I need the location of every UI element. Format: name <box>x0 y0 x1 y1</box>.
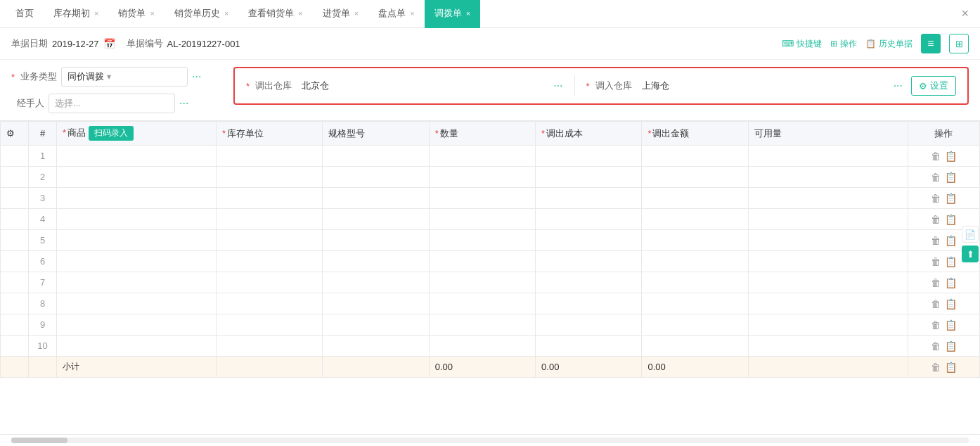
subtotal-delete-icon[interactable]: 🗑 <box>931 362 941 373</box>
row-cost-cell[interactable] <box>536 188 642 209</box>
biz-type-select[interactable]: 同价调拨 ▾ <box>61 67 188 87</box>
tab-close-stocktake[interactable]: × <box>410 9 414 18</box>
row-available-cell[interactable] <box>748 293 908 314</box>
tab-home[interactable]: 首页 <box>6 0 44 28</box>
row-cost-cell[interactable] <box>536 146 642 167</box>
row-amount-cell[interactable] <box>642 230 748 251</box>
row-qty-cell[interactable] <box>429 188 535 209</box>
tab-sales-history[interactable]: 销货单历史 × <box>165 0 238 28</box>
tab-inventory-init[interactable]: 库存期初 × <box>44 0 108 28</box>
settings-button[interactable]: ⚙ 设置 <box>911 76 956 96</box>
row-qty-cell[interactable] <box>429 251 535 272</box>
row-qty-cell[interactable] <box>429 314 535 336</box>
row-available-cell[interactable] <box>748 146 908 167</box>
row-spec-cell[interactable] <box>323 146 429 167</box>
row-unit-cell[interactable] <box>217 293 323 314</box>
delete-row-icon[interactable]: 🗑 <box>931 235 941 246</box>
row-product-cell[interactable] <box>57 230 217 251</box>
shortcuts-btn[interactable]: ⌨ 快捷键 <box>782 38 822 50</box>
delete-row-icon[interactable]: 🗑 <box>931 277 941 288</box>
row-qty-cell[interactable] <box>429 336 535 357</box>
row-product-cell[interactable] <box>57 251 217 272</box>
row-spec-cell[interactable] <box>323 293 429 314</box>
row-available-cell[interactable] <box>748 336 908 357</box>
row-product-cell[interactable] <box>57 272 217 293</box>
row-qty-cell[interactable] <box>429 272 535 293</box>
row-qty-cell[interactable] <box>429 293 535 314</box>
row-available-cell[interactable] <box>748 209 908 230</box>
row-spec-cell[interactable] <box>323 272 429 293</box>
delete-row-icon[interactable]: 🗑 <box>931 214 941 225</box>
tab-close-sales-order[interactable]: × <box>150 9 154 18</box>
sidebar-document-icon[interactable]: 📄 <box>962 226 979 243</box>
copy-row-icon[interactable]: 📋 <box>945 151 957 162</box>
handler-select[interactable]: 选择... <box>49 94 175 113</box>
row-available-cell[interactable] <box>748 314 908 336</box>
scrollbar-thumb[interactable] <box>11 438 67 443</box>
copy-row-icon[interactable]: 📋 <box>945 340 957 352</box>
row-product-cell[interactable] <box>57 146 217 167</box>
copy-row-icon[interactable]: 📋 <box>945 319 957 331</box>
tab-transfer[interactable]: 调拨单 × <box>425 0 480 28</box>
row-cost-cell[interactable] <box>536 230 642 251</box>
scan-entry-button[interactable]: 扫码录入 <box>89 126 134 141</box>
row-product-cell[interactable] <box>57 293 217 314</box>
row-qty-cell[interactable] <box>429 230 535 251</box>
subtotal-copy-icon[interactable]: 📋 <box>945 362 957 373</box>
row-available-cell[interactable] <box>748 230 908 251</box>
row-product-cell[interactable] <box>57 314 217 336</box>
copy-row-icon[interactable]: 📋 <box>945 193 957 204</box>
row-unit-cell[interactable] <box>217 209 323 230</box>
biz-type-more-btn[interactable]: ··· <box>192 70 201 83</box>
tab-stocktake[interactable]: 盘点单 × <box>368 0 424 28</box>
copy-row-icon[interactable]: 📋 <box>945 298 957 310</box>
tab-view-sales[interactable]: 查看销货单 × <box>238 0 312 28</box>
window-close-button[interactable]: × <box>955 6 974 21</box>
delete-row-icon[interactable]: 🗑 <box>931 298 941 310</box>
row-product-cell[interactable] <box>57 209 217 230</box>
row-cost-cell[interactable] <box>536 209 642 230</box>
row-spec-cell[interactable] <box>323 314 429 336</box>
row-cost-cell[interactable] <box>536 272 642 293</box>
row-amount-cell[interactable] <box>642 314 748 336</box>
row-amount-cell[interactable] <box>642 272 748 293</box>
delete-row-icon[interactable]: 🗑 <box>931 193 941 204</box>
tab-close-view-sales[interactable]: × <box>298 9 302 18</box>
row-spec-cell[interactable] <box>323 188 429 209</box>
row-unit-cell[interactable] <box>217 146 323 167</box>
delete-row-icon[interactable]: 🗑 <box>931 151 941 162</box>
tab-close-inventory-init[interactable]: × <box>94 9 98 18</box>
layout-grid-btn[interactable]: ⊞ <box>949 34 969 53</box>
delete-row-icon[interactable]: 🗑 <box>931 256 941 267</box>
row-qty-cell[interactable] <box>429 209 535 230</box>
sidebar-export-icon[interactable]: ⬆ <box>962 246 979 262</box>
copy-row-icon[interactable]: 📋 <box>945 256 957 267</box>
row-product-cell[interactable] <box>57 188 217 209</box>
row-cost-cell[interactable] <box>536 167 642 188</box>
row-spec-cell[interactable] <box>323 167 429 188</box>
row-qty-cell[interactable] <box>429 146 535 167</box>
row-amount-cell[interactable] <box>642 188 748 209</box>
copy-row-icon[interactable]: 📋 <box>945 214 957 225</box>
row-product-cell[interactable] <box>57 336 217 357</box>
tab-purchase[interactable]: 进货单 × <box>313 0 368 28</box>
delete-row-icon[interactable]: 🗑 <box>931 340 941 352</box>
horizontal-scrollbar[interactable] <box>11 438 969 443</box>
tab-sales-order[interactable]: 销货单 × <box>108 0 164 28</box>
row-available-cell[interactable] <box>748 251 908 272</box>
row-unit-cell[interactable] <box>217 272 323 293</box>
row-amount-cell[interactable] <box>642 146 748 167</box>
row-cost-cell[interactable] <box>536 251 642 272</box>
tab-close-transfer[interactable]: × <box>466 9 470 18</box>
row-spec-cell[interactable] <box>323 336 429 357</box>
row-product-cell[interactable] <box>57 167 217 188</box>
copy-row-icon[interactable]: 📋 <box>945 172 957 183</box>
row-spec-cell[interactable] <box>323 251 429 272</box>
row-unit-cell[interactable] <box>217 188 323 209</box>
row-amount-cell[interactable] <box>642 167 748 188</box>
row-amount-cell[interactable] <box>642 336 748 357</box>
row-spec-cell[interactable] <box>323 230 429 251</box>
row-available-cell[interactable] <box>748 188 908 209</box>
row-amount-cell[interactable] <box>642 293 748 314</box>
row-amount-cell[interactable] <box>642 251 748 272</box>
